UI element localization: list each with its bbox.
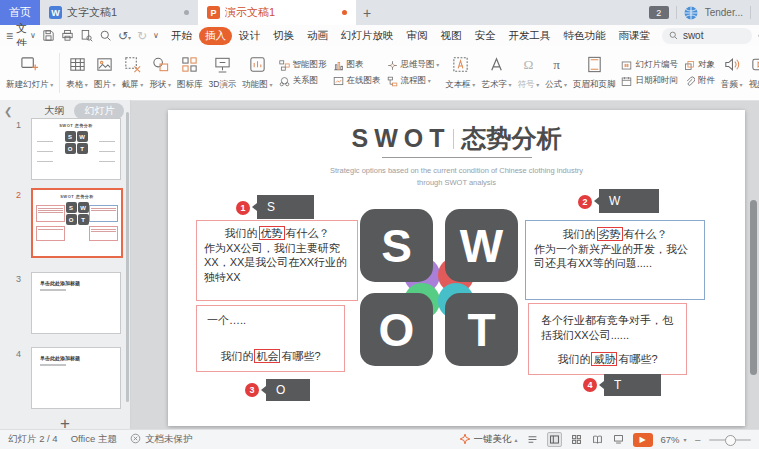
- undo-button[interactable]: ↺▾: [118, 30, 131, 42]
- swot-tile-t[interactable]: T: [445, 293, 518, 366]
- menu-features[interactable]: 特色功能: [557, 27, 611, 45]
- relation-chart-button[interactable]: 关系图: [279, 75, 327, 87]
- menu-animation[interactable]: 动画: [301, 27, 334, 45]
- menu-transition[interactable]: 切换: [267, 27, 300, 45]
- menu-security[interactable]: 安全: [468, 27, 501, 45]
- shapes-button[interactable]: 形状: [146, 53, 174, 93]
- function-chart-button[interactable]: 功能图: [239, 53, 275, 93]
- chart-button[interactable]: 图表: [333, 59, 381, 71]
- tab-slides[interactable]: 幻灯片: [74, 103, 124, 119]
- collapse-panel-icon[interactable]: ❮: [4, 106, 12, 117]
- picture-button[interactable]: 图片: [91, 53, 119, 93]
- user-avatar[interactable]: [684, 6, 698, 20]
- textbox-button[interactable]: 文本框: [442, 53, 478, 93]
- protection-status[interactable]: 文档未保护: [130, 433, 193, 446]
- tag-o-label[interactable]: O: [266, 379, 310, 401]
- search-input[interactable]: [681, 29, 745, 42]
- marker-3-badge: 3: [245, 383, 259, 397]
- swot-tile-w[interactable]: W: [445, 209, 518, 282]
- slide-title[interactable]: SWOT态势分析: [168, 122, 745, 155]
- slide-thumbnail-4[interactable]: 单击此处添加标题: [31, 347, 121, 409]
- online-chart-button[interactable]: 在线图表: [333, 75, 381, 87]
- close-tab-icon[interactable]: [184, 10, 189, 15]
- audio-button[interactable]: 音频: [718, 53, 746, 93]
- menu-rainclass[interactable]: 雨课堂: [612, 27, 656, 45]
- table-button[interactable]: 表格: [63, 53, 91, 93]
- tag-t-label[interactable]: T: [604, 374, 661, 396]
- canvas-scrollbar[interactable]: [750, 100, 758, 430]
- menu-view[interactable]: 视图: [434, 27, 467, 45]
- redo-button[interactable]: ↻: [137, 30, 147, 42]
- print-button[interactable]: [61, 29, 74, 43]
- zoom-level[interactable]: 67%▾: [661, 434, 687, 445]
- mindmap-icon: [387, 60, 398, 71]
- normal-view-button[interactable]: [547, 432, 562, 447]
- slide-thumbnail-2[interactable]: SWOT 态势分析 S W O T: [31, 188, 123, 258]
- print-preview-button[interactable]: [80, 29, 93, 43]
- flowchart-button[interactable]: 流程图: [387, 75, 440, 87]
- slide-title-cn: 态势分析: [462, 124, 562, 152]
- datetime-button[interactable]: 日期和时间: [621, 75, 678, 87]
- new-slide-button[interactable]: 新建幻灯片: [3, 53, 56, 93]
- mindmap-button[interactable]: 思维导图: [387, 59, 440, 71]
- notification-badge[interactable]: 2: [649, 6, 669, 19]
- panel-scrollbar[interactable]: [126, 112, 129, 402]
- reading-view-button[interactable]: [591, 433, 604, 446]
- wordart-icon: [487, 55, 506, 76]
- menu-slideshow[interactable]: 幻灯片放映: [335, 27, 400, 45]
- zoom-out-button[interactable]: −: [695, 434, 701, 446]
- slide-subtitle[interactable]: Strategic options based on the current c…: [168, 165, 745, 189]
- scrollbar-thumb[interactable]: [750, 200, 757, 375]
- theme-label[interactable]: Office 主题: [71, 433, 117, 446]
- slide-thumbnail-1[interactable]: SWOT 态势分析 S W O T: [31, 118, 121, 180]
- beautify-button[interactable]: 一键美化 ▴: [459, 433, 518, 447]
- threat-textbox[interactable]: 各个行业都有竞争对手，包括我们XX公司...... 我们的威胁有哪些?: [528, 303, 687, 375]
- slide-number-icon: [621, 60, 632, 71]
- weakness-textbox[interactable]: 我们的劣势有什么？ 作为一个新兴产业的开发，我公司还具有XX等的问题.....: [525, 220, 705, 300]
- slide-sorter-button[interactable]: [570, 433, 583, 446]
- attachment-button[interactable]: 附件: [684, 75, 715, 87]
- doc-tab-writer[interactable]: W 文字文稿1: [40, 0, 198, 25]
- slide-number-button[interactable]: 幻灯片编号: [621, 59, 678, 71]
- tab-outline[interactable]: 大纲: [44, 104, 64, 118]
- find-button[interactable]: [99, 29, 112, 43]
- notes-view-button[interactable]: [612, 433, 625, 446]
- slideshow-play-button[interactable]: ▶: [633, 433, 653, 447]
- object-button[interactable]: 对象: [684, 59, 715, 71]
- slide-thumbnail-3[interactable]: 单击此处添加标题: [31, 272, 121, 334]
- wordart-button[interactable]: 艺术字: [478, 53, 514, 93]
- swot-tile-o[interactable]: O: [360, 293, 433, 366]
- menu-devtools[interactable]: 开发工具: [502, 27, 556, 45]
- menu-design[interactable]: 设计: [233, 27, 266, 45]
- zoom-slider[interactable]: [709, 439, 751, 441]
- outline-view-button[interactable]: [526, 433, 539, 446]
- doc-tab-presentation[interactable]: P 演示文稿1: [198, 0, 356, 25]
- chevron-up-icon: ▴: [515, 436, 518, 443]
- zoom-slider-knob[interactable]: [725, 435, 736, 446]
- collapse-ribbon-icon[interactable]: ∨: [153, 32, 159, 40]
- header-footer-icon: [585, 55, 604, 76]
- swot-tile-s[interactable]: S: [360, 209, 433, 282]
- formula-button[interactable]: π 公式: [542, 53, 570, 93]
- save-button[interactable]: [42, 29, 55, 43]
- header-footer-button[interactable]: 页眉和页脚: [570, 53, 619, 93]
- slide-2-editor[interactable]: SWOT态势分析 Strategic options based on the …: [168, 110, 745, 426]
- icon-library-button[interactable]: 图标库: [174, 53, 206, 93]
- user-name[interactable]: Tender...: [705, 7, 743, 18]
- menu-start[interactable]: 开始: [165, 27, 198, 45]
- video-button[interactable]: 视频: [746, 53, 759, 93]
- menu-review[interactable]: 审阅: [400, 27, 433, 45]
- menu-items: 开始 插入 设计 切换 动画 幻灯片放映 审阅 视图 安全 开发工具 特色功能 …: [165, 27, 656, 45]
- smartart-button[interactable]: 智能图形: [279, 59, 327, 71]
- menu-insert[interactable]: 插入: [199, 27, 232, 45]
- search-box[interactable]: [662, 28, 752, 44]
- search-icon: [669, 30, 678, 42]
- symbol-button[interactable]: Ω 符号: [515, 53, 543, 93]
- opportunity-textbox[interactable]: 一个….. 我们的机会有哪些?: [196, 305, 345, 372]
- tag-w-label[interactable]: W: [599, 189, 659, 213]
- 3d-demo-button[interactable]: 3D演示: [205, 53, 239, 93]
- strength-textbox[interactable]: 我们的优势有什么？ 作为XX公司，我们主要研究XX，XX是我公司在XX行业的独特…: [196, 220, 358, 301]
- new-tab-button[interactable]: +: [356, 2, 378, 24]
- screenshot-button[interactable]: 截屏: [119, 53, 147, 93]
- tag-s-label[interactable]: S: [257, 195, 314, 219]
